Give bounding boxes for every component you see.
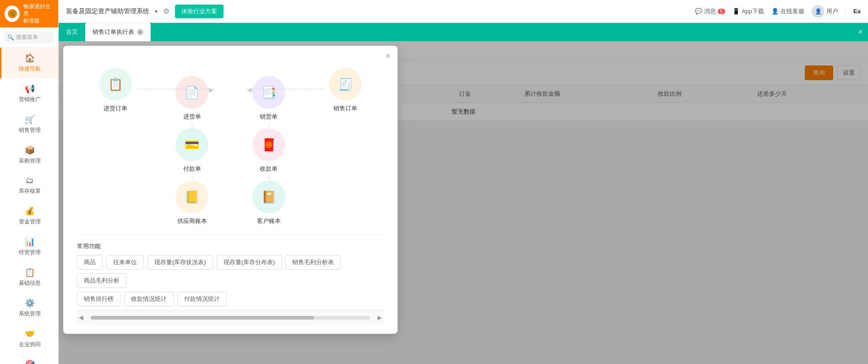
tab-close-button[interactable]: × (137, 29, 143, 35)
func-btn-inventory-status[interactable]: 现存量(库存状况表) (147, 255, 213, 270)
sidebar: 🌿 畅康通好生意 标准版 🔍 搜索菜单 🏠 快捷导航 📢 营销推广 (0, 0, 59, 364)
sales-doc-label: 销货单 (260, 113, 278, 121)
common-functions-section: 常用功能 商品 往来单位 现存量(库存状况表) 现存量(库存分布表) 销售毛利分… (77, 234, 384, 306)
func-btns-row2: 销售排行榜 收款情况统计 付款情况统计 (77, 292, 384, 306)
purchase-order-icon: 📋 (99, 68, 132, 101)
payment-label: 付款单 (183, 165, 201, 173)
sidebar-item-quick-nav[interactable]: 🏠 快捷导航 (0, 48, 58, 78)
scroll-thumb (91, 316, 314, 320)
supplier-ledger-label: 供应商账本 (177, 217, 207, 225)
scroll-left-arrow[interactable]: ◀ (77, 314, 85, 321)
purchase-doc-icon: 📄 (175, 76, 208, 109)
topbar: 装备及固定资产辅助管理系统 ▾ ⚙ 体验行业方案 💬 消息 5 📱 App下载 … (59, 0, 868, 23)
node-payment: 💳 付款单 (154, 128, 231, 173)
sidebar-item-operation[interactable]: 📊 经营管理 (0, 231, 58, 262)
func-btn-sales-rank[interactable]: 销售排行榜 (77, 292, 120, 306)
marketing-icon: 📢 (25, 84, 35, 94)
sidebar-item-purchase[interactable]: 📦 采购管理 (0, 140, 58, 170)
inventory-icon: 🗂 (26, 176, 34, 185)
purchase-icon: 📦 (25, 145, 35, 155)
func-btn-partner[interactable]: 往来单位 (106, 255, 144, 270)
purchase-doc-label: 进货单 (183, 113, 201, 121)
sidebar-item-marketing[interactable]: 📢 营销推广 (0, 78, 58, 109)
system-dropdown-arrow[interactable]: ▾ (155, 8, 158, 15)
modal-overlay[interactable]: × 📋 进货订单 (59, 41, 868, 364)
node-receipt: 🧧 收款单 (230, 128, 307, 173)
common-funcs-title: 常用功能 (77, 242, 384, 250)
arrow-down-sd: ↓ (267, 121, 270, 128)
sales-order-label: 销售订单 (333, 104, 357, 113)
operation-icon: 📊 (25, 237, 35, 247)
system-icon: ⚙️ (25, 298, 35, 308)
user-btn[interactable]: 👤 用户 (812, 5, 838, 18)
basic-info-icon: 📋 (25, 267, 35, 277)
arrow-down-receipt: ↓ (267, 173, 270, 180)
message-btn[interactable]: 💬 消息 5 (695, 7, 725, 16)
node-purchase-order: 📋 进货订单 (77, 68, 154, 113)
tab-home[interactable]: 首页 (59, 23, 85, 41)
sidebar-item-basic-info[interactable]: 📋 基础信息 (0, 262, 58, 293)
func-btns-row1: 商品 往来单位 现存量(库存状况表) 现存量(库存分布表) 销售毛利分析表 商品… (77, 255, 384, 288)
experience-btn[interactable]: 体验行业方案 (175, 5, 224, 18)
settings-icon[interactable]: ⚙ (163, 7, 169, 16)
message-badge: 5 (718, 9, 725, 14)
receipt-icon: 🧧 (252, 128, 285, 161)
search-icon: 🔍 (7, 34, 14, 41)
scroll-area: ◀ ▶ (77, 310, 384, 325)
customer-ledger-icon: 📔 (252, 180, 285, 213)
search-menu-button[interactable]: 🔍 搜索菜单 (4, 31, 55, 43)
func-btn-receipt-stats[interactable]: 收款情况统计 (124, 292, 174, 306)
close-all-tabs-button[interactable]: × (858, 28, 863, 36)
topbar-right: 💬 消息 5 📱 App下载 👤 在线客服 👤 用户 (695, 5, 861, 18)
node-sales-order: 🧾 销售订单 (307, 68, 384, 113)
customer-ledger-label: 客户账本 (257, 217, 281, 225)
service-icon: 👤 (771, 8, 779, 15)
page-area: ❓ 帮助 🖨 按模板打印 ▾ ⬆ 导出 🔄 刷新 (59, 41, 868, 364)
sidebar-item-finance[interactable]: 💰 资金管理 (0, 201, 58, 231)
func-btn-product[interactable]: 商品 (77, 255, 103, 270)
guide-icon: 🎯 (25, 359, 35, 364)
modal-close-button[interactable]: × (385, 51, 390, 61)
scroll-right-arrow[interactable]: ▶ (376, 314, 384, 321)
func-btn-product-gross[interactable]: 商品毛利分析 (77, 273, 126, 288)
main-content: 装备及固定资产辅助管理系统 ▾ ⚙ 体验行业方案 💬 消息 5 📱 App下载 … (59, 0, 868, 364)
arrow-down-payment: ↓ (191, 173, 194, 180)
finance-icon: 💰 (25, 206, 35, 216)
tabs-bar: 首页 销售订单执行表 × × (59, 23, 868, 41)
receipt-label: 收款单 (260, 165, 278, 173)
node-customer-ledger: 📔 客户账本 (230, 180, 307, 225)
func-btn-payment-stats[interactable]: 付款情况统计 (177, 292, 227, 306)
avatar: 👤 (812, 5, 824, 18)
node-supplier-ledger: 📒 供应商账本 (154, 180, 231, 225)
sidebar-search-area: 🔍 搜索菜单 (0, 27, 58, 48)
sidebar-item-guide[interactable]: 🎯 新手引导 (0, 354, 58, 364)
modal-dialog: × 📋 进货订单 (63, 46, 398, 334)
enterprise-icon: 🤝 (25, 329, 35, 339)
app-download-btn[interactable]: 📱 App下载 (732, 7, 764, 16)
sidebar-item-system[interactable]: ⚙️ 系统管理 (0, 293, 58, 323)
sidebar-item-sales[interactable]: 🛒 销售管理 (0, 109, 58, 140)
svg-text:🌿: 🌿 (10, 11, 16, 17)
sidebar-logo: 🌿 畅康通好生意 标准版 (0, 0, 58, 27)
func-btn-sales-gross[interactable]: 销售毛利分析表 (285, 255, 341, 270)
arrow-down-pd: ↓ (191, 121, 194, 128)
arrow-so-to-sd: ◀ 📑 销货单 (230, 60, 307, 121)
r2c2: ↓ (230, 121, 307, 128)
scroll-track[interactable] (91, 316, 370, 320)
online-service-btn[interactable]: 👤 在线客服 (771, 7, 804, 16)
tab-sales-order-exec[interactable]: 销售订单执行表 × (85, 23, 151, 41)
sales-order-icon: 🧾 (329, 68, 362, 101)
payment-icon: 💳 (175, 128, 208, 161)
system-title: 装备及固定资产辅助管理系统 (66, 7, 149, 16)
supplier-ledger-icon: 📒 (175, 180, 208, 213)
logo-text: 畅康通好生意 标准版 (23, 3, 54, 25)
r2c1: ↓ (154, 121, 231, 128)
arrow-po-to-pd: ▶ 📄 进货单 (154, 60, 231, 121)
sidebar-item-inventory[interactable]: 🗂 库存核算 (0, 170, 58, 201)
r4c2: ↓ (230, 173, 307, 180)
sidebar-item-enterprise[interactable]: 🤝 企业协同 (0, 323, 58, 354)
func-btn-inventory-dist[interactable]: 现存量(库存分布表) (217, 255, 282, 270)
r4c1: ↓ (154, 173, 231, 180)
flow-diagram: 📋 进货订单 ▶ 📄 进 (77, 60, 384, 225)
logo-icon: 🌿 (5, 5, 20, 22)
